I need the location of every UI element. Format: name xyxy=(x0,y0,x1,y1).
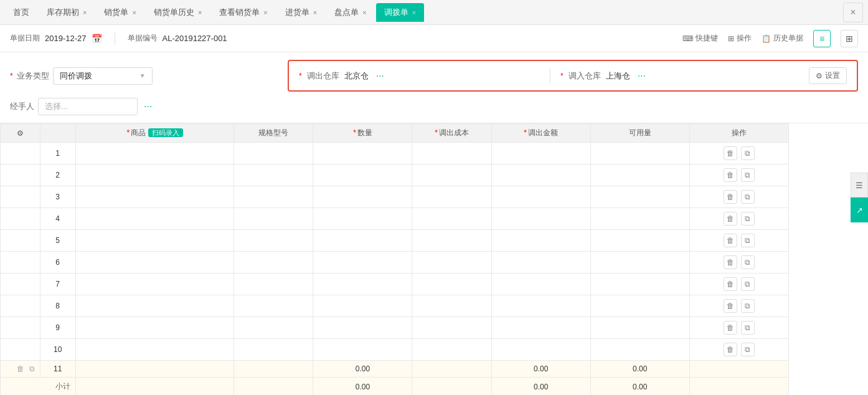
row-copy-button[interactable]: ⧉ xyxy=(741,277,755,291)
row-qty-cell[interactable] xyxy=(313,317,412,339)
subtotal-label-cell: 小计 xyxy=(1,378,76,396)
row-ops-cell: 🗑 ⧉ xyxy=(689,295,788,317)
row-qty-cell[interactable] xyxy=(313,208,412,230)
row-copy-button[interactable]: ⧉ xyxy=(741,234,755,247)
row-delete-button[interactable]: 🗑 xyxy=(724,299,737,313)
row-qty-cell[interactable] xyxy=(313,295,412,317)
row-goods-cell[interactable] xyxy=(75,274,234,295)
row-gear-cell xyxy=(1,208,40,230)
warehouse-in-group: * 调入仓库 上海仓 ··· xyxy=(560,70,801,82)
row-goods-cell[interactable] xyxy=(75,164,234,186)
row-goods-cell[interactable] xyxy=(75,317,234,339)
date-group: 单据日期 2019-12-27 📅 xyxy=(10,33,102,44)
tab-sales-history[interactable]: 销货单历史 × xyxy=(146,3,210,22)
row-delete-button[interactable]: 🗑 xyxy=(724,255,737,269)
scan-badge-button[interactable]: 扫码录入 xyxy=(148,128,183,137)
row-gear-cell xyxy=(1,164,40,186)
wh-in-label: 调入仓库 xyxy=(568,70,601,82)
row-copy-button[interactable]: ⧉ xyxy=(741,168,755,182)
row-copy-button[interactable]: ⧉ xyxy=(741,255,755,269)
wh-out-more-button[interactable]: ··· xyxy=(374,70,387,82)
wh-in-more-button[interactable]: ··· xyxy=(635,70,648,82)
tab-view-sales[interactable]: 查看销货单 × xyxy=(211,3,275,22)
row-avail-cell xyxy=(590,317,689,339)
row-amount-cell xyxy=(491,339,590,361)
row-goods-cell[interactable] xyxy=(75,208,234,230)
ops-action[interactable]: ⊞ 操作 xyxy=(728,33,752,44)
row-delete-button[interactable]: 🗑 xyxy=(724,168,737,182)
row-qty-cell[interactable] xyxy=(313,339,412,361)
tab-transfer[interactable]: 调拨单 × xyxy=(376,3,424,22)
row-goods-cell[interactable] xyxy=(75,143,234,164)
row-spec-cell xyxy=(234,230,313,252)
row-amount-cell xyxy=(491,252,590,274)
row-delete-button[interactable]: 🗑 xyxy=(724,277,737,291)
tab-sales-order[interactable]: 销货单 × xyxy=(96,3,144,22)
row-delete-button[interactable]: 🗑 xyxy=(724,234,737,247)
settings-button[interactable]: ⚙ 设置 xyxy=(809,67,847,84)
no-group: 单据编号 AL-20191227-001 xyxy=(128,33,227,44)
close-tab-purchase[interactable]: × xyxy=(313,9,317,16)
wh-separator xyxy=(550,69,550,83)
row-copy-button[interactable]: ⧉ xyxy=(741,299,755,313)
row-copy-button[interactable]: ⧉ xyxy=(741,343,755,356)
close-tab-transfer[interactable]: × xyxy=(412,9,416,16)
row-cost-cell xyxy=(412,143,491,164)
row-delete-button[interactable]: 🗑 xyxy=(724,343,737,356)
row-qty-cell[interactable] xyxy=(313,143,412,164)
float-list-button[interactable]: ☰ xyxy=(851,173,868,198)
table-row: 7 🗑 ⧉ xyxy=(1,274,868,295)
shortcuts-action[interactable]: ⌨ 快捷键 xyxy=(682,33,718,44)
close-tab-inventory-init[interactable]: × xyxy=(83,9,87,16)
row-no-cell: 1 xyxy=(40,143,75,164)
person-dropdown[interactable]: 选择... xyxy=(38,98,138,115)
row-copy-button[interactable]: ⧉ xyxy=(741,146,755,160)
row-delete-button[interactable]: 🗑 xyxy=(724,212,737,226)
row-copy-button[interactable]: ⧉ xyxy=(741,190,755,204)
tab-home[interactable]: 首页 xyxy=(5,3,37,22)
subtotal-ops-placeholder xyxy=(689,378,788,396)
row-qty-cell[interactable] xyxy=(313,164,412,186)
form-left-person: 经手人 选择... ··· xyxy=(10,98,278,115)
history-action[interactable]: 📋 历史单据 xyxy=(762,33,803,44)
close-tab-sales-order[interactable]: × xyxy=(132,9,136,16)
warehouse-out-group: * 调出仓库 北京仓 ··· xyxy=(299,70,540,82)
close-tab-sales-history[interactable]: × xyxy=(198,9,202,16)
subtotal-copy-icon[interactable]: ⧉ xyxy=(29,364,35,373)
calendar-icon[interactable]: 📅 xyxy=(92,34,102,44)
close-tab-stocktake[interactable]: × xyxy=(362,9,366,16)
row-qty-cell[interactable] xyxy=(313,230,412,252)
row-goods-cell[interactable] xyxy=(75,295,234,317)
row-goods-cell[interactable] xyxy=(75,252,234,274)
person-placeholder: 选择... xyxy=(45,101,68,112)
global-close-button[interactable]: × xyxy=(843,2,863,22)
row-goods-cell[interactable] xyxy=(75,230,234,252)
col-header-gear[interactable]: ⚙ xyxy=(1,124,40,143)
tab-stocktake[interactable]: 盘点单 × xyxy=(326,3,374,22)
row-copy-button[interactable]: ⧉ xyxy=(741,321,755,335)
row-goods-cell[interactable] xyxy=(75,186,234,208)
biz-type-dropdown[interactable]: 同价调拨 ▼ xyxy=(53,67,153,85)
row-delete-button[interactable]: 🗑 xyxy=(724,146,737,160)
tab-inventory-init[interactable]: 库存期初 × xyxy=(39,3,95,22)
tab-purchase[interactable]: 进货单 × xyxy=(277,3,325,22)
list-view-button[interactable]: ≡ xyxy=(813,30,831,47)
grid-view-button[interactable]: ⊞ xyxy=(841,30,858,47)
row-qty-cell[interactable] xyxy=(313,186,412,208)
row-qty-cell[interactable] xyxy=(313,252,412,274)
row-delete-button[interactable]: 🗑 xyxy=(724,321,737,335)
row-delete-button[interactable]: 🗑 xyxy=(724,190,737,204)
subtotal-del-icon[interactable]: 🗑 xyxy=(17,364,24,373)
float-export-button[interactable]: ↗ xyxy=(851,198,868,222)
row-copy-button[interactable]: ⧉ xyxy=(741,212,755,226)
close-tab-view-sales[interactable]: × xyxy=(263,9,267,16)
row-no-cell: 2 xyxy=(40,164,75,186)
row-ops-cell: 🗑 ⧉ xyxy=(689,339,788,361)
row-avail-cell xyxy=(590,295,689,317)
person-more-button[interactable]: ··· xyxy=(141,101,154,112)
row-gear-cell xyxy=(1,186,40,208)
row-goods-cell[interactable] xyxy=(75,339,234,361)
row-qty-cell[interactable] xyxy=(313,274,412,295)
row-avail-cell xyxy=(590,230,689,252)
row-gear-cell xyxy=(1,339,40,361)
